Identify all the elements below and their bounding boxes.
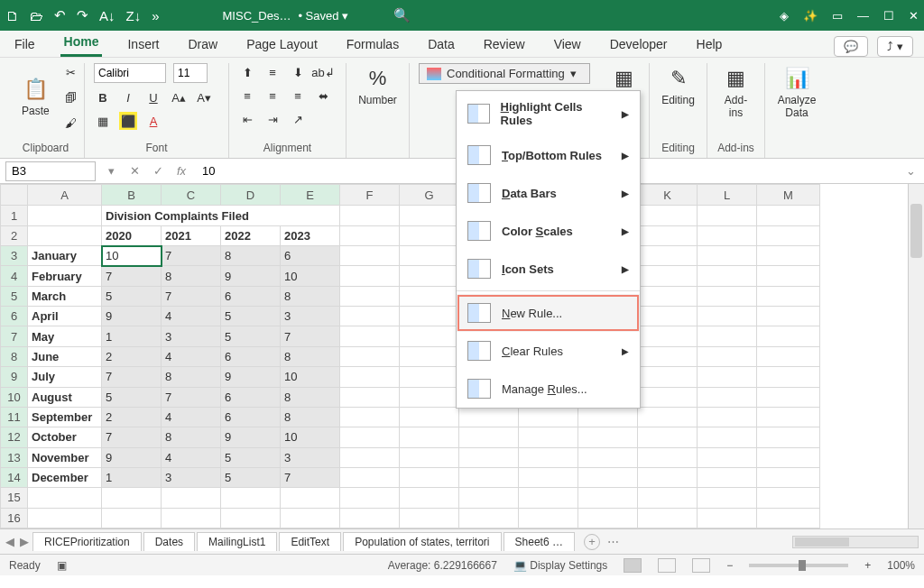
fill-color-icon[interactable]: ⬛: [119, 112, 137, 130]
align-right-icon[interactable]: ≡: [289, 87, 307, 105]
col-header-F[interactable]: F: [340, 185, 400, 206]
cell-K3[interactable]: [638, 246, 698, 266]
sort-desc-icon[interactable]: Z↓: [126, 8, 142, 23]
cell-K10[interactable]: [638, 387, 698, 407]
cell-J13[interactable]: [578, 447, 638, 467]
sheet-tab[interactable]: Dates: [143, 532, 195, 551]
cell-M3[interactable]: [757, 246, 820, 266]
cut-icon[interactable]: ✂: [62, 63, 80, 81]
col-header-D[interactable]: D: [221, 185, 281, 206]
align-center-icon[interactable]: ≡: [263, 87, 282, 105]
cell-E11[interactable]: 8: [281, 407, 340, 427]
cell-K11[interactable]: [638, 407, 698, 427]
cell-I16[interactable]: [519, 508, 578, 528]
cell-G6[interactable]: [400, 307, 459, 326]
cell-C12[interactable]: 8: [162, 427, 221, 447]
cell-C8[interactable]: 4: [162, 346, 221, 366]
cell-K13[interactable]: [638, 447, 698, 467]
cell-B10[interactable]: 5: [102, 387, 162, 407]
share-button[interactable]: ⤴ ▾: [877, 36, 913, 57]
cell-H13[interactable]: [459, 447, 519, 467]
cell-L11[interactable]: [698, 407, 757, 427]
cell-M2[interactable]: [757, 225, 820, 245]
cell-F11[interactable]: [340, 407, 400, 427]
cell-L14[interactable]: [698, 467, 757, 487]
cell-F14[interactable]: [340, 467, 400, 487]
cell-D6[interactable]: 5: [221, 307, 281, 326]
sheet-prev-icon[interactable]: ◀: [5, 535, 14, 548]
cell-L3[interactable]: [698, 246, 757, 266]
year-2023[interactable]: 2023: [281, 225, 340, 245]
analyze-data-button[interactable]: 📊 Analyze Data: [772, 63, 822, 123]
row-header-14[interactable]: 14: [1, 467, 28, 487]
undo-icon[interactable]: ↶: [54, 7, 66, 23]
conditional-formatting-button[interactable]: Conditional Formatting ▾: [419, 63, 590, 84]
cell-F12[interactable]: [340, 427, 400, 447]
merge-icon[interactable]: ⬌: [314, 87, 332, 105]
underline-icon[interactable]: U: [144, 88, 162, 106]
increase-indent-icon[interactable]: ⇥: [263, 110, 282, 128]
cell-D13[interactable]: 5: [221, 447, 281, 467]
copy-icon[interactable]: 🗐: [62, 88, 80, 106]
col-header-L[interactable]: L: [698, 185, 757, 206]
cell-L10[interactable]: [698, 387, 757, 407]
cell-F1[interactable]: [340, 206, 400, 225]
cell-D3[interactable]: 8: [221, 246, 281, 266]
magic-icon[interactable]: ✨: [803, 9, 818, 23]
name-box[interactable]: [5, 161, 96, 181]
italic-icon[interactable]: I: [119, 88, 137, 106]
cell-B16[interactable]: [102, 508, 162, 528]
cell-F2[interactable]: [340, 225, 400, 245]
cf-top-bottom[interactable]: Top/Bottom Rules▶: [457, 136, 640, 174]
cell-E5[interactable]: 8: [281, 286, 340, 306]
align-left-icon[interactable]: ≡: [238, 87, 256, 105]
cell-K2[interactable]: [638, 225, 698, 245]
row-header-11[interactable]: 11: [1, 407, 28, 427]
cell-G14[interactable]: [400, 467, 459, 487]
cell-L13[interactable]: [698, 447, 757, 467]
fb-cancel-icon[interactable]: ✕: [126, 164, 143, 178]
cell-J11[interactable]: [578, 407, 638, 427]
addins-button[interactable]: ▦ Add-ins: [716, 63, 755, 123]
row-header-1[interactable]: 1: [1, 206, 28, 225]
cell-K12[interactable]: [638, 427, 698, 447]
cell-D9[interactable]: 9: [221, 367, 281, 387]
tab-help[interactable]: Help: [693, 33, 726, 57]
cell-C5[interactable]: 7: [162, 286, 221, 306]
vertical-scrollbar[interactable]: [908, 184, 924, 528]
cell-B15[interactable]: [102, 488, 162, 508]
fb-enter-icon[interactable]: ✓: [150, 164, 166, 178]
cell-K4[interactable]: [638, 266, 698, 286]
row-header-15[interactable]: 15: [1, 488, 28, 508]
cell-D15[interactable]: [221, 488, 281, 508]
cell-G3[interactable]: [400, 246, 459, 266]
cell-H15[interactable]: [459, 488, 519, 508]
cell-C6[interactable]: 4: [162, 307, 221, 326]
cell-K9[interactable]: [638, 367, 698, 387]
cell-D7[interactable]: 5: [221, 326, 281, 346]
cell-C16[interactable]: [162, 508, 221, 528]
cell-C14[interactable]: 3: [162, 467, 221, 487]
tab-draw[interactable]: Draw: [184, 33, 221, 57]
view-page-layout-icon[interactable]: [658, 558, 676, 573]
cell-D14[interactable]: 5: [221, 467, 281, 487]
cell-C11[interactable]: 4: [162, 407, 221, 427]
cell-B8[interactable]: 2: [102, 346, 162, 366]
col-header-K[interactable]: K: [638, 185, 698, 206]
cell-G9[interactable]: [400, 367, 459, 387]
col-header-B[interactable]: B: [102, 185, 162, 206]
cell-A15[interactable]: [28, 488, 102, 508]
cell-F5[interactable]: [340, 286, 400, 306]
cell-G8[interactable]: [400, 346, 459, 366]
orientation-icon[interactable]: ↗: [289, 110, 307, 128]
cf-clear-rules[interactable]: Clear Rules▶: [457, 332, 640, 370]
increase-font-icon[interactable]: A▴: [170, 88, 188, 106]
cell-L9[interactable]: [698, 367, 757, 387]
row-header-2[interactable]: 2: [1, 225, 28, 245]
cell-L5[interactable]: [698, 286, 757, 306]
cell-C9[interactable]: 8: [162, 367, 221, 387]
cell-C7[interactable]: 3: [162, 326, 221, 346]
cell-M16[interactable]: [757, 508, 820, 528]
cell-M11[interactable]: [757, 407, 820, 427]
scroll-thumb[interactable]: [910, 204, 922, 258]
